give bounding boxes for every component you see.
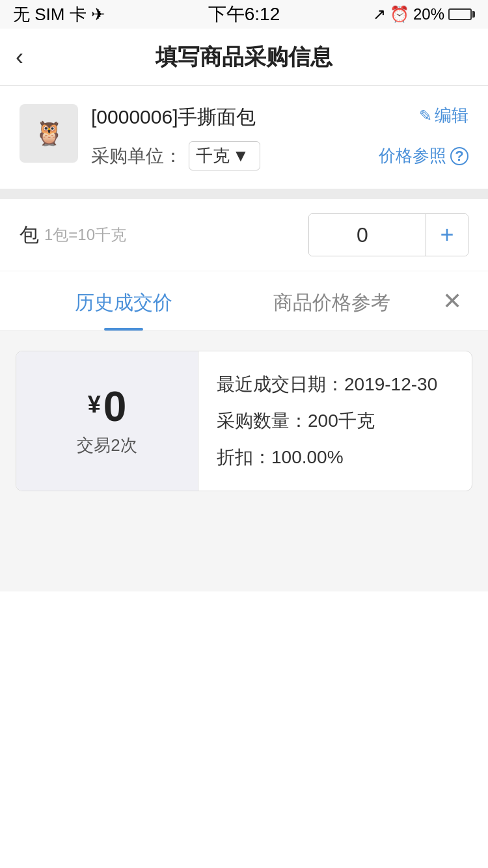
section-divider [0, 189, 488, 199]
price-summary: ¥ 0 交易2次 [16, 351, 198, 491]
product-info: [0000006]手撕面包 ✎ 编辑 采购单位： 千克 ▼ 价格参照 ? [91, 104, 468, 170]
discount-value: 100.00% [271, 447, 344, 467]
status-left: 无 SIM 卡 ✈ [13, 3, 105, 26]
tab-reference-label: 商品价格参考 [273, 292, 390, 313]
currency-symbol: ¥ [88, 391, 101, 418]
quantity-control: + [308, 213, 468, 256]
trades-count: 交易2次 [77, 434, 137, 457]
dropdown-arrow-icon: ▼ [232, 146, 249, 166]
package-hint: 1包=10千克 [44, 224, 126, 245]
tabs-bar: 历史成交价 商品价格参考 ✕ [0, 271, 488, 331]
quantity-detail-label: 采购数量： [217, 411, 308, 431]
package-label: 包 [20, 222, 39, 249]
price-ref-button[interactable]: 价格参照 ? [379, 144, 468, 167]
battery-icon [448, 8, 475, 20]
edit-button[interactable]: ✎ 编辑 [419, 104, 468, 127]
quantity-detail-value: 200千克 [308, 411, 375, 431]
product-unit-row: 采购单位： 千克 ▼ 价格参照 ? [91, 141, 468, 170]
quantity-label: 包 1包=10千克 [20, 222, 126, 249]
tab-history-price[interactable]: 历史成交价 [20, 271, 228, 331]
edit-icon: ✎ [419, 107, 432, 125]
detail-discount: 折扣：100.00% [217, 444, 454, 471]
price-amount: ¥ 0 [88, 386, 127, 427]
tab-history-label: 历史成交价 [75, 292, 172, 313]
plus-icon: + [440, 221, 454, 249]
tabs-close-button[interactable]: ✕ [436, 281, 468, 321]
alarm-icon: ⏰ [390, 5, 409, 23]
detail-quantity: 采购数量：200千克 [217, 407, 454, 435]
price-details: 最近成交日期：2019-12-30 采购数量：200千克 折扣：100.00% [198, 351, 472, 491]
price-history-card: ¥ 0 交易2次 最近成交日期：2019-12-30 采购数量：200千克 折扣… [16, 351, 472, 491]
discount-label: 折扣： [217, 447, 271, 467]
tab-price-reference[interactable]: 商品价格参考 [228, 271, 436, 331]
price-value: 0 [103, 386, 127, 427]
product-header: [0000006]手撕面包 ✎ 编辑 [91, 104, 468, 131]
back-button[interactable]: ‹ [16, 44, 23, 71]
content-area: ¥ 0 交易2次 最近成交日期：2019-12-30 采购数量：200千克 折扣… [0, 331, 488, 591]
price-ref-label: 价格参照 [379, 144, 446, 167]
quantity-row: 包 1包=10千克 + [0, 199, 488, 271]
product-name: [0000006]手撕面包 [91, 104, 256, 131]
back-icon: ‹ [16, 44, 23, 71]
price-ref-question-icon: ? [450, 147, 468, 165]
unit-value: 千克 [196, 144, 230, 167]
page-title: 填写商品采购信息 [156, 42, 332, 72]
close-icon: ✕ [442, 288, 462, 315]
signal-text: 无 SIM 卡 ✈ [13, 3, 105, 26]
unit-label: 采购单位： 千克 ▼ [91, 141, 260, 170]
unit-select[interactable]: 千克 ▼ [189, 141, 260, 170]
product-card: 🦉 [0000006]手撕面包 ✎ 编辑 采购单位： 千克 ▼ 价格参照 ? [0, 86, 488, 189]
date-value: 2019-12-30 [344, 374, 437, 394]
product-title: 手撕面包 [178, 106, 256, 128]
battery-percent: 20% [413, 5, 444, 23]
date-label: 最近成交日期： [217, 374, 344, 394]
status-bar: 无 SIM 卡 ✈ 下午6:12 ↗ ⏰ 20% [0, 0, 488, 29]
unit-text: 采购单位： [91, 144, 182, 169]
edit-label: 编辑 [435, 104, 468, 127]
detail-date: 最近成交日期：2019-12-30 [217, 371, 454, 398]
location-icon: ↗ [373, 5, 386, 23]
status-right: ↗ ⏰ 20% [373, 5, 475, 23]
nav-bar: ‹ 填写商品采购信息 [0, 29, 488, 86]
quantity-input[interactable] [309, 214, 426, 256]
status-time: 下午6:12 [208, 2, 280, 27]
quantity-plus-button[interactable]: + [426, 214, 468, 256]
product-id: [0000006] [91, 106, 178, 128]
product-thumbnail: 🦉 [20, 104, 78, 163]
page-background [0, 591, 488, 868]
product-thumb-icon: 🦉 [34, 120, 64, 147]
